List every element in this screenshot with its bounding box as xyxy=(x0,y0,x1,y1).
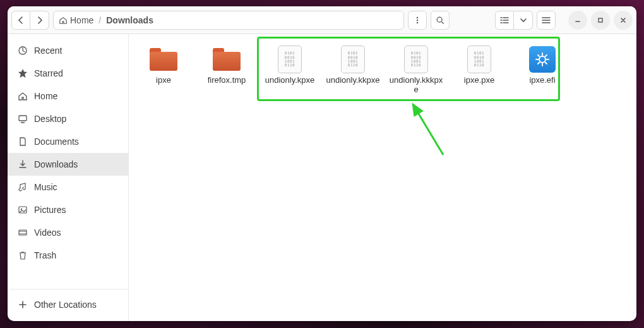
sidebar-item-other-locations[interactable]: Other Locations xyxy=(8,293,128,316)
path-home[interactable]: Home xyxy=(59,15,93,25)
search-button[interactable] xyxy=(431,11,450,30)
binary-file-icon: 0101 0010 1001 0110 xyxy=(401,46,431,73)
nav-buttons xyxy=(11,11,49,30)
sidebar-item-trash[interactable]: Trash xyxy=(8,244,128,267)
file-manager-window: Home / Downloads xyxy=(8,6,636,321)
search-icon xyxy=(436,16,444,25)
binary-file-icon: 0101 0010 1001 0110 xyxy=(464,46,494,73)
sidebar-item-videos[interactable]: Videos xyxy=(8,221,128,244)
file-label: firefox.tmp xyxy=(208,76,246,85)
home-icon xyxy=(18,91,28,101)
binary-file-icon: 0101 0010 1001 0110 xyxy=(338,46,368,73)
view-buttons xyxy=(495,11,533,30)
list-icon xyxy=(500,16,509,24)
file-grid-area[interactable]: ipxefirefox.tmp0101 0010 1001 0110undion… xyxy=(129,34,636,321)
sidebar-item-label: Videos xyxy=(34,228,61,238)
minimize-button[interactable] xyxy=(568,11,587,30)
file-label: ipxe.efi xyxy=(529,76,555,85)
path-current[interactable]: Downloads xyxy=(106,15,153,25)
file-label: undionly.kpxe xyxy=(265,76,315,85)
star-icon xyxy=(18,68,28,78)
plus-icon xyxy=(18,300,28,310)
chevron-left-icon xyxy=(17,16,25,24)
sidebar-item-label: Desktop xyxy=(34,114,66,124)
documents-icon xyxy=(18,137,28,147)
svg-point-1 xyxy=(417,19,418,20)
sidebar-item-downloads[interactable]: Downloads xyxy=(8,153,128,176)
sidebar-item-label: Documents xyxy=(34,137,79,147)
file-label: undionly.kkkpxe xyxy=(388,76,444,95)
svg-point-10 xyxy=(539,56,546,63)
list-view-button[interactable] xyxy=(495,11,514,30)
videos-icon xyxy=(18,228,28,238)
sidebar-item-label: Pictures xyxy=(34,205,66,215)
back-button[interactable] xyxy=(11,11,30,30)
sidebar-item-pictures[interactable]: Pictures xyxy=(8,198,128,221)
file-item[interactable]: firefox.tmp xyxy=(197,43,256,88)
clock-icon xyxy=(18,46,28,56)
hamburger-menu-button[interactable] xyxy=(537,11,556,30)
file-item[interactable]: 0101 0010 1001 0110undionly.kkkpxe xyxy=(386,43,446,97)
sidebar-item-documents[interactable]: Documents xyxy=(8,130,128,153)
close-button[interactable] xyxy=(614,11,633,30)
close-icon xyxy=(619,16,627,24)
folder-icon xyxy=(148,46,179,73)
sidebar-item-starred[interactable]: Starred xyxy=(8,62,128,85)
sidebar-item-label: Trash xyxy=(34,250,56,260)
path-home-label: Home xyxy=(70,15,93,25)
folder-icon xyxy=(212,46,242,73)
path-current-label: Downloads xyxy=(106,15,153,25)
maximize-icon xyxy=(597,16,604,24)
minimize-icon xyxy=(574,16,581,24)
svg-point-3 xyxy=(437,17,442,22)
svg-point-0 xyxy=(417,16,418,18)
file-grid: ipxefirefox.tmp0101 0010 1001 0110undion… xyxy=(134,43,631,97)
sidebar-item-label: Starred xyxy=(34,68,63,78)
pictures-icon xyxy=(18,205,28,215)
sidebar-item-music[interactable]: Music xyxy=(8,176,128,198)
sidebar-item-label: Recent xyxy=(34,46,62,56)
binary-file-icon: 0101 0010 1001 0110 xyxy=(275,46,305,73)
maximize-button[interactable] xyxy=(591,11,610,30)
svg-rect-4 xyxy=(599,18,602,22)
sidebar-item-label: Music xyxy=(34,182,57,192)
path-menu-button[interactable] xyxy=(408,11,427,30)
path-separator: / xyxy=(97,15,102,25)
sidebar-item-desktop[interactable]: Desktop xyxy=(8,107,128,130)
chevron-down-icon xyxy=(520,17,527,23)
svg-rect-9 xyxy=(19,230,27,235)
view-menu-button[interactable] xyxy=(514,11,533,30)
svg-line-11 xyxy=(413,104,443,155)
desktop-icon xyxy=(18,114,28,124)
sidebar-item-label: Home xyxy=(34,91,57,101)
sidebar-item-home[interactable]: Home xyxy=(8,85,128,107)
trash-icon xyxy=(18,250,28,260)
sidebar: Recent Starred Home Desktop Documents Do… xyxy=(8,34,129,321)
toolbar: Home / Downloads xyxy=(8,6,636,34)
file-item[interactable]: 0101 0010 1001 0110undionly.kkpxe xyxy=(323,43,383,88)
hamburger-icon xyxy=(542,16,551,24)
sidebar-separator xyxy=(8,289,128,289)
sidebar-item-recent[interactable]: Recent xyxy=(8,39,128,62)
chevron-right-icon xyxy=(36,16,44,24)
file-item[interactable]: ipxe xyxy=(134,43,193,88)
svg-rect-6 xyxy=(19,116,27,121)
window-body: Recent Starred Home Desktop Documents Do… xyxy=(8,34,636,321)
annotation-arrow xyxy=(407,98,450,161)
downloads-icon xyxy=(18,159,28,169)
home-icon xyxy=(59,16,68,25)
kebab-icon xyxy=(414,16,421,24)
executable-icon xyxy=(527,46,558,73)
sidebar-item-label: Downloads xyxy=(34,159,78,169)
file-label: undionly.kkpxe xyxy=(326,76,379,85)
forward-button[interactable] xyxy=(30,11,49,30)
path-bar[interactable]: Home / Downloads xyxy=(53,11,404,30)
music-icon xyxy=(18,182,28,192)
file-item[interactable]: 0101 0010 1001 0110ipxe.pxe xyxy=(450,43,509,88)
sidebar-item-label: Other Locations xyxy=(34,300,97,310)
file-label: ipxe xyxy=(156,76,171,85)
file-item[interactable]: 0101 0010 1001 0110undionly.kpxe xyxy=(260,43,319,88)
file-label: ipxe.pxe xyxy=(464,76,494,85)
svg-point-8 xyxy=(21,209,22,210)
file-item[interactable]: ipxe.efi xyxy=(513,43,572,88)
